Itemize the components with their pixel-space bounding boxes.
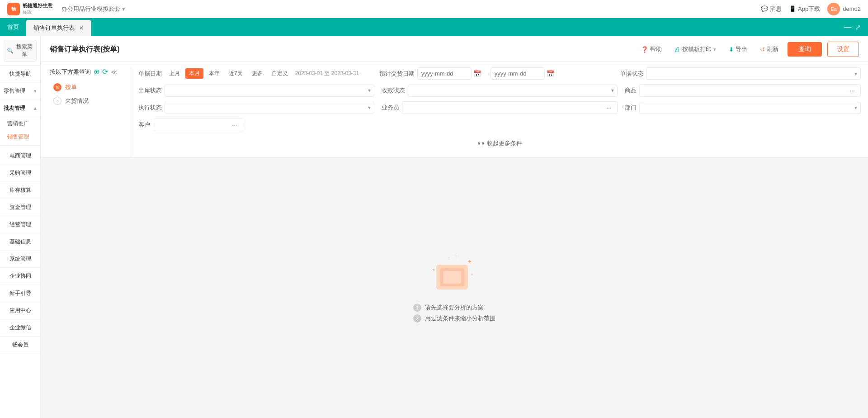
minimize-button[interactable]: — — [844, 23, 851, 32]
tab-sales-exec[interactable]: 销售订单执行表 ✕ — [26, 20, 91, 36]
filter-row-1: 单据日期 上月 本月 本年 近7天 更多 自定义 2023-03-01 至 20… — [138, 67, 861, 80]
page-title: 销售订单执行表(按单) — [50, 45, 120, 54]
template-print-button[interactable]: 🖨 按模板打印 ▾ — [671, 43, 720, 55]
add-icon[interactable]: ⊕ — [94, 67, 99, 76]
salesperson-input[interactable]: ··· — [402, 101, 618, 114]
maximize-button[interactable]: ⤢ — [855, 23, 861, 32]
sidebar-item-finance[interactable]: 资金管理 — [0, 199, 40, 216]
search-menu-button[interactable]: 🔍 搜索菜单 — [4, 40, 37, 62]
top-bar: 畅 畅捷通好生意 标版 办公用品行业模拟账套 ▾ 💬 消息 📱 App下载 Ea… — [0, 0, 868, 18]
date-tab-last-month[interactable]: 上月 — [165, 68, 184, 79]
svg-text:↑: ↑ — [448, 255, 450, 261]
message-button[interactable]: 💬 消息 — [761, 5, 782, 13]
chevron-down-icon: ▾ — [713, 47, 716, 52]
industry-selector[interactable]: 办公用品行业模拟账套 ▾ — [56, 5, 131, 13]
page-header-actions: ❓ 帮助 🖨 按模板打印 ▾ ⬇ 导出 ↺ 刷新 查询 设置 — [637, 42, 859, 57]
date-tabs: 上月 本月 本年 近7天 更多 自定义 — [165, 68, 292, 79]
sidebar-item-wholesale[interactable]: 批发管理 ▴ — [0, 100, 40, 117]
sidebar-item-operations[interactable]: 经营管理 — [0, 216, 40, 233]
sidebar-item-corp[interactable]: 企业协同 — [0, 268, 40, 285]
export-icon: ⬇ — [729, 46, 734, 53]
date-tab-current-year[interactable]: 本年 — [205, 68, 223, 79]
query-button[interactable]: 查询 — [788, 42, 822, 57]
help-button[interactable]: ❓ 帮助 — [637, 43, 665, 55]
sidebar-item-basic[interactable]: 基础信息 — [0, 233, 40, 251]
sidebar-item-apps[interactable]: 应用中心 — [0, 302, 40, 319]
customer-input[interactable]: ··· — [153, 119, 243, 131]
sidebar-item-member[interactable]: 畅会员 — [0, 337, 40, 354]
top-bar-right: 💬 消息 📱 App下载 Ea demo2 — [761, 3, 861, 15]
filter-expected-delivery: 预计交货日期 📅 — 📅 — [379, 67, 620, 80]
single-status-select[interactable] — [646, 67, 861, 80]
refresh-icon: ↺ — [760, 46, 765, 53]
sidebar-item-ecom[interactable]: 电商管理 — [0, 147, 40, 165]
calendar-icon-end: 📅 — [547, 70, 554, 77]
search-icon: 🔍 — [7, 48, 14, 54]
goods-dots-icon[interactable]: ··· — [848, 87, 857, 94]
collapse-button[interactable]: ∧∧ 收起更多条件 — [473, 136, 526, 151]
date-tab-custom[interactable]: 自定义 — [268, 68, 292, 79]
empty-step-1: 1 请先选择要分析的方案 — [413, 304, 495, 312]
export-button[interactable]: ⬇ 导出 — [725, 43, 751, 55]
message-icon: 💬 — [761, 5, 768, 12]
filter-department: 部门 ▾ — [625, 102, 861, 114]
sidebar: 🔍 搜索菜单 快捷导航 零售管理 ▾ 批发管理 ▴ 营销推广 销售管理 — [0, 36, 41, 418]
filter-customer: 客户 ··· — [138, 119, 243, 131]
date-tab-current-month[interactable]: 本月 — [185, 68, 203, 79]
delivery-date-end[interactable] — [491, 67, 545, 80]
receipt-select[interactable] — [408, 85, 618, 97]
print-icon: 🖨 — [675, 46, 680, 53]
tab-home[interactable]: 首页 — [0, 18, 26, 36]
date-tab-last-7[interactable]: 近7天 — [225, 68, 246, 79]
content-area: 销售订单执行表(按单) ❓ 帮助 🖨 按模板打印 ▾ ⬇ 导出 ↺ 刷新 — [41, 36, 868, 418]
filter-goods: 商品 ··· — [625, 84, 861, 97]
collapse-left-icon[interactable]: ≪ — [111, 68, 118, 76]
tab-bar: 首页 销售订单执行表 ✕ — ⤢ — [0, 18, 868, 36]
svg-rect-2 — [443, 271, 461, 284]
sidebar-item-retail[interactable]: 零售管理 ▾ — [0, 83, 40, 100]
department-select[interactable] — [639, 102, 861, 114]
delivery-date-start[interactable] — [417, 67, 472, 80]
customer-dots-icon[interactable]: ··· — [230, 121, 239, 128]
sidebar-item-inventory[interactable]: 库存核算 — [0, 182, 40, 199]
sidebar-item-system[interactable]: 系统管理 — [0, 251, 40, 268]
outbound-select[interactable] — [165, 85, 374, 97]
tab-close-icon[interactable]: ✕ — [79, 25, 84, 31]
top-bar-left: 畅 畅捷通好生意 标版 办公用品行业模拟账套 ▾ — [7, 2, 131, 15]
refresh-button[interactable]: ↺ 刷新 — [756, 43, 782, 55]
date-tab-more[interactable]: 更多 — [248, 68, 266, 79]
filter-option-inventory[interactable]: ○ 欠货情况 — [50, 94, 125, 108]
sidebar-item-marketing[interactable]: 营销推广 — [0, 117, 40, 130]
collapse-icon: ∧∧ — [477, 140, 485, 147]
filter-right-panel: 单据日期 上月 本月 本年 近7天 更多 自定义 2023-03-01 至 20… — [131, 67, 868, 157]
page-header: 销售订单执行表(按单) ❓ 帮助 🖨 按模板打印 ▾ ⬇ 导出 ↺ 刷新 — [41, 36, 868, 62]
empty-svg: ✦ ✦ ✦ ↑ ↑ — [427, 251, 481, 296]
sidebar-item-newbie[interactable]: 新手引导 — [0, 285, 40, 302]
collapse-row: ∧∧ 收起更多条件 — [138, 134, 861, 154]
filter-option-by-order[interactable]: 按 按单 — [50, 81, 125, 94]
calendar-icon-start: 📅 — [473, 70, 481, 77]
filter-single-status: 单据状态 ▾ — [620, 67, 861, 80]
settings-button[interactable]: 设置 — [827, 42, 859, 57]
refresh-small-icon[interactable]: ⟳ — [102, 67, 108, 76]
receipt-wrapper: ▾ — [408, 85, 618, 97]
chevron-down-icon: ▾ — [34, 88, 37, 94]
app-download-button[interactable]: 📱 App下载 — [789, 5, 820, 13]
sidebar-item-quick-nav[interactable]: 快捷导航 — [0, 66, 40, 83]
goods-input[interactable]: ··· — [639, 84, 861, 97]
logo-area: 畅 畅捷通好生意 标版 — [7, 2, 52, 15]
empty-step-2: 2 用过滤条件来缩小分析范围 — [413, 314, 495, 323]
filter-single-date: 单据日期 上月 本月 本年 近7天 更多 自定义 2023-03-01 至 20… — [138, 68, 379, 79]
salesperson-dots-icon[interactable]: ··· — [604, 104, 613, 111]
exec-status-select[interactable] — [165, 102, 374, 114]
exec-status-wrapper: ▾ — [165, 102, 374, 114]
sidebar-item-purchase[interactable]: 采购管理 — [0, 165, 40, 182]
sidebar-item-sales-mgmt[interactable]: 销售管理 — [0, 130, 40, 143]
avatar: Ea — [827, 3, 840, 15]
empty-text: 1 请先选择要分析的方案 2 用过滤条件来缩小分析范围 — [413, 304, 495, 325]
help-icon: ❓ — [641, 46, 648, 53]
user-avatar[interactable]: Ea demo2 — [827, 3, 861, 15]
filter-outbound: 出库状态 ▾ — [138, 85, 374, 97]
sidebar-item-wechat[interactable]: 企业微信 — [0, 319, 40, 337]
logo-icon: 畅 — [7, 3, 20, 15]
